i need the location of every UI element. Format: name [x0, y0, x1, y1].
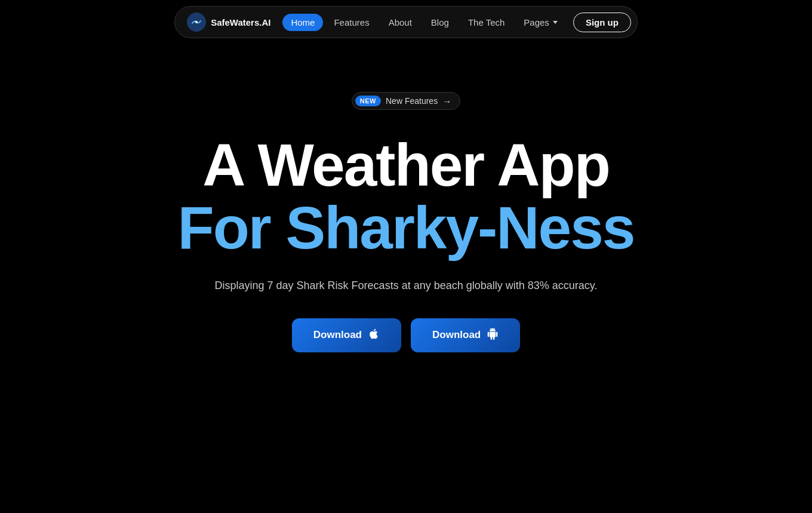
download-ios-button[interactable]: Download — [292, 318, 401, 352]
hero-title-line2: For Sharky-Ness — [178, 196, 635, 259]
logo-icon — [187, 13, 206, 32]
navbar: SafeWaters.AI Home Features About Blog T… — [0, 0, 812, 44]
download-ios-label: Download — [313, 329, 362, 341]
hero-section: NEW New Features → A Weather App For Sha… — [0, 44, 812, 388]
download-buttons: Download Download — [292, 318, 520, 352]
logo-link[interactable]: SafeWaters.AI — [181, 10, 276, 34]
hero-subtitle: Displaying 7 day Shark Risk Forecasts at… — [215, 277, 598, 294]
download-android-label: Download — [432, 329, 481, 341]
signup-button[interactable]: Sign up — [573, 13, 631, 32]
download-android-button[interactable]: Download — [411, 318, 520, 352]
nav-about[interactable]: About — [380, 14, 420, 31]
logo-text: SafeWaters.AI — [211, 17, 270, 27]
android-icon — [487, 328, 499, 343]
nav-the-tech[interactable]: The Tech — [460, 14, 513, 31]
new-badge-tag: NEW — [355, 96, 381, 106]
new-features-badge[interactable]: NEW New Features → — [352, 92, 460, 110]
nav-home[interactable]: Home — [282, 14, 323, 31]
hero-title: A Weather App For Sharky-Ness — [178, 134, 635, 277]
nav-features[interactable]: Features — [325, 14, 377, 31]
nav-pages[interactable]: Pages — [515, 14, 566, 31]
badge-arrow-icon: → — [442, 96, 451, 106]
nav-blog[interactable]: Blog — [423, 14, 457, 31]
new-badge-text: New Features — [386, 96, 438, 106]
nav-inner: SafeWaters.AI Home Features About Blog T… — [174, 6, 638, 38]
svg-point-1 — [195, 21, 198, 23]
hero-title-line1: A Weather App — [178, 134, 635, 196]
apple-icon — [368, 328, 380, 343]
